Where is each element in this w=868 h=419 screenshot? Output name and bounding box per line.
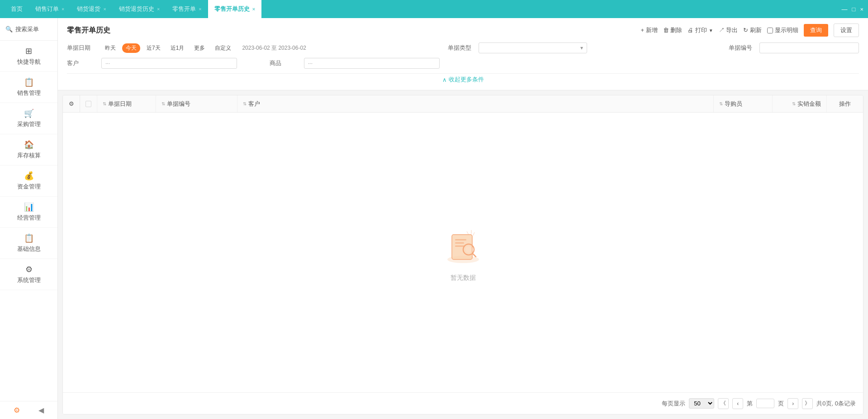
display-detail-checkbox[interactable] [767,28,773,33]
sidebar-item-purchase-mgmt[interactable]: 🛒 采购管理 [0,103,57,134]
goods-select[interactable]: ··· [304,58,440,69]
nav-label-purchase-mgmt: 采购管理 [17,120,41,128]
total-info: 共0页, 0条记录 [816,400,856,408]
tab-close-sales-return[interactable]: × [103,6,106,12]
customer-select[interactable]: ··· [101,58,237,69]
table-header: ⚙ ⇅ 单据日期 ⇅ 单据编号 ⇅ 客户 ⇅ 导购员 [63,95,863,113]
display-detail-label: 显示明细 [775,26,798,34]
per-page-label: 每页显示 [662,400,685,408]
last-page-btn[interactable]: 》 [802,398,813,409]
sidebar-item-sales-mgmt[interactable]: 📋 销售管理 [0,72,57,103]
display-detail-toggle[interactable]: 显示明细 [767,26,798,34]
toolbar: + 新增 🗑 删除 🖨 打印 ▼ ↗ 导出 ↻ 刷新 显示明细 查询 设置 [640,24,859,37]
add-button[interactable]: + 新增 [640,26,657,34]
col-number-header: ⇅ 单据编号 [156,95,237,112]
col-date-sort-icon[interactable]: ⇅ [103,101,106,106]
doc-number-label: 单据编号 [729,44,752,52]
tab-retail-open[interactable]: 零售开单× [166,0,208,18]
next-page-btn[interactable]: › [787,398,798,409]
filter-row-2: 客户 ··· 商品 ··· [67,58,859,69]
svg-rect-4 [455,242,464,244]
nav-icon-inventory: 🏠 [24,140,34,150]
tab-close-retail-open-history[interactable]: × [252,6,255,12]
tab-close-sales-return-history[interactable]: × [157,6,160,12]
col-date-label: 单据日期 [108,100,132,108]
tab-close-sales-order[interactable]: × [62,6,64,12]
per-page-select[interactable]: 50 10 20 100 [689,398,714,409]
window-maximize[interactable]: □ [852,6,856,13]
date-custom[interactable]: 自定义 [211,43,235,53]
sidebar-search[interactable]: 🔍 搜索采单 [0,18,57,41]
date-last1m[interactable]: 近1月 [167,43,188,53]
settings-button[interactable]: 设置 [834,24,859,37]
tab-sales-return[interactable]: 销货退货× [71,0,112,18]
doc-type-select[interactable]: ▾ [479,42,587,53]
current-page-input[interactable]: 1 [756,399,774,408]
nav-label-basic-info: 基础信息 [17,245,41,253]
empty-text: 暂无数据 [451,274,476,282]
svg-line-11 [473,232,474,235]
page-title: 零售开单历史 [67,26,110,35]
search-icon: 🔍 [5,26,13,33]
filter-row-1: 单据日期 昨天 今天 近7天 近1月 更多 自定义 2023-06-02 至 2… [67,42,859,53]
col-amount-label: 实销金额 [797,100,821,108]
empty-state: 暂无数据 [63,113,863,392]
delete-button[interactable]: 🗑 删除 [663,26,683,34]
collapse-more-btn[interactable]: ∧ 收起更多条件 [67,73,859,85]
col-settings[interactable]: ⚙ [63,95,80,112]
date-yesterday[interactable]: 昨天 [101,43,119,53]
sidebar-nav: ⊞ 快捷导航 📋 销售管理 🛒 采购管理 🏠 库存核算 💰 资金管理 📊 经营管… [0,41,57,290]
date-last7[interactable]: 近7天 [143,43,164,53]
date-options: 昨天 今天 近7天 近1月 更多 自定义 [101,43,235,53]
collapse-icon: ∧ [442,76,447,83]
main-layout: 🔍 搜索采单 ⊞ 快捷导航 📋 销售管理 🛒 采购管理 🏠 库存核算 💰 资金管… [0,18,868,419]
customer-label: 客户 [67,59,94,67]
col-date-header: ⇅ 单据日期 [97,95,156,112]
sidebar-item-quick-nav[interactable]: ⊞ 快捷导航 [0,41,57,72]
col-action-label: 操作 [839,100,851,108]
tab-sales-return-history[interactable]: 销货退货历史× [113,0,166,18]
tab-retail-open-history[interactable]: 零售开单历史× [208,0,261,18]
sidebar-collapse-icon[interactable]: ◀ [38,406,44,414]
page-unit: 页 [778,400,784,408]
sidebar-item-finance[interactable]: 💰 资金管理 [0,165,57,197]
nav-label-quick-nav: 快捷导航 [17,58,41,66]
sidebar-item-system[interactable]: ⚙ 系统管理 [0,259,57,290]
first-page-btn[interactable]: 《 [718,398,729,409]
sidebar-item-operations[interactable]: 📊 经营管理 [0,197,57,228]
query-button[interactable]: 查询 [804,24,828,37]
doc-number-input[interactable] [759,42,859,53]
window-minimize[interactable]: — [842,6,848,13]
date-filter-label: 单据日期 [67,44,94,52]
date-today[interactable]: 今天 [122,43,140,53]
tab-home[interactable]: 首页 [5,0,29,18]
sidebar-item-inventory[interactable]: 🏠 库存核算 [0,134,57,165]
nav-label-finance: 资金管理 [17,183,41,191]
tab-sales-order[interactable]: 销售订单× [29,0,71,18]
sidebar-item-basic-info[interactable]: 📋 基础信息 [0,228,57,259]
customer-placeholder: ··· [105,60,110,66]
prev-page-btn[interactable]: ‹ [732,398,743,409]
nav-label-system: 系统管理 [17,276,41,284]
window-close[interactable]: × [860,6,863,13]
col-customer-sort-icon[interactable]: ⇅ [243,101,247,106]
col-number-label: 单据编号 [167,100,190,108]
col-amount-sort-icon[interactable]: ⇅ [792,101,796,106]
export-button[interactable]: ↗ 导出 [719,26,738,34]
col-number-sort-icon[interactable]: ⇅ [161,101,165,106]
svg-point-7 [465,246,472,253]
page-header: 零售开单历史 + 新增 🗑 删除 🖨 打印 ▼ ↗ 导出 ↻ 刷新 显示明细 查… [58,18,868,90]
sidebar-settings-icon[interactable]: ⚙ [14,406,20,414]
print-dropdown-icon[interactable]: ▼ [709,28,713,33]
nav-icon-operations: 📊 [24,202,34,212]
nav-icon-purchase-mgmt: 🛒 [24,108,34,118]
print-label: 🖨 打印 [688,26,707,34]
col-guide-sort-icon[interactable]: ⇅ [719,101,723,106]
print-button[interactable]: 🖨 打印 ▼ [688,26,713,34]
date-more[interactable]: 更多 [190,43,209,53]
tab-close-retail-open[interactable]: × [199,6,201,12]
refresh-button[interactable]: ↻ 刷新 [743,26,762,34]
pagination: 每页显示 50 10 20 100 《 ‹ 第 1 页 › 》 共0页, 0条记… [63,392,863,414]
select-all-checkbox[interactable] [85,101,91,107]
nav-label-inventory: 库存核算 [17,151,41,160]
